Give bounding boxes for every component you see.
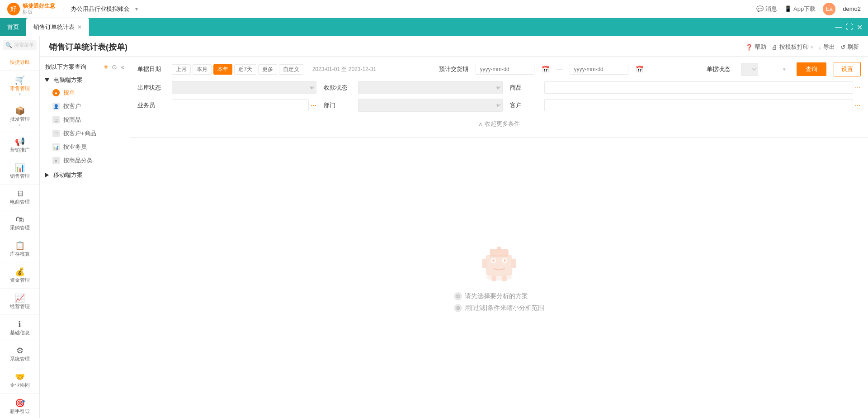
- tab-home[interactable]: 首页: [0, 18, 26, 36]
- sidebar-item-quick-nav[interactable]: 快捷导航: [0, 54, 39, 71]
- avatar[interactable]: Ea: [823, 3, 835, 15]
- export-icon: ↓: [819, 44, 822, 51]
- logo-text: 畅捷通好生意: [23, 3, 55, 9]
- product-input[interactable]: [544, 81, 853, 94]
- scheme-by-salesman-label: 按业务员: [63, 143, 87, 151]
- scheme-by-customer-label: 按客户: [63, 102, 81, 110]
- scheme-group-mobile-title[interactable]: 移动端方案: [40, 169, 130, 181]
- scheme-group-pc-title[interactable]: 电脑端方案: [40, 74, 130, 86]
- scheme-salesman-icon: 📊: [52, 143, 60, 151]
- dept-label: 部门: [324, 101, 351, 109]
- sidebar-item-ecommerce[interactable]: 🖥 电商管理: [0, 185, 39, 210]
- refresh-label: 刷新: [847, 43, 859, 51]
- help-label: 帮助: [755, 43, 766, 51]
- purchase-label: 采购管理: [0, 224, 39, 231]
- tab-minimize-icon[interactable]: —: [835, 23, 842, 31]
- tab-close-all-icon[interactable]: ✕: [857, 23, 863, 32]
- group-expand-icon: [45, 78, 49, 82]
- customer-more-icon[interactable]: ···: [855, 101, 861, 109]
- right-content: 单据日期 上月 本月 本年 近7天 更多 自定义 2023-01-01 至 20…: [130, 57, 868, 418]
- scheme-collapse-icon[interactable]: «: [121, 63, 124, 71]
- scheme-group-pc: 电脑端方案 ● 按单 👤 按客户 □ 按商品 □: [40, 74, 130, 167]
- sidebar-item-system[interactable]: ⚙ 系统管理: [0, 341, 39, 367]
- refresh-button[interactable]: ↺ 刷新: [840, 43, 859, 51]
- calendar-start-icon[interactable]: 📅: [542, 66, 549, 73]
- tab-home-label: 首页: [7, 23, 19, 31]
- expected-date-end[interactable]: [570, 64, 628, 75]
- scheme-item-by-product[interactable]: □ 按商品: [40, 113, 130, 127]
- collapse-button[interactable]: ∧ 收起更多条件: [137, 116, 861, 132]
- tab-close-icon[interactable]: ✕: [77, 24, 82, 30]
- scheme-cust-prod-icon: □: [52, 130, 60, 137]
- empty-illustration: [476, 240, 522, 285]
- scheme-item-by-order[interactable]: ● 按单: [40, 86, 130, 100]
- filter-row-1: 单据日期 上月 本月 本年 近7天 更多 自定义 2023-01-01 至 20…: [137, 62, 861, 76]
- tab-maximize-icon[interactable]: ⛶: [846, 23, 853, 31]
- product-label: 商品: [510, 84, 537, 92]
- sidebar-item-retail[interactable]: 🛒 零售管理 ▾: [0, 71, 39, 101]
- sidebar-item-sales[interactable]: 📊 销售管理: [0, 158, 39, 185]
- group-mobile-expand-icon: [45, 173, 49, 177]
- sidebar-item-basic[interactable]: ℹ 基础信息: [0, 315, 39, 341]
- date-btn-more[interactable]: 更多: [258, 64, 277, 75]
- scheme-item-by-category[interactable]: ≡ 按商品分类: [40, 154, 130, 167]
- sidebar-item-finance[interactable]: 💰 资金管理: [0, 262, 39, 289]
- scheme-item-by-cust-prod[interactable]: □ 按客户+商品: [40, 127, 130, 140]
- app-download-button[interactable]: 📱 App下载: [784, 5, 816, 13]
- breadcrumb-arrow[interactable]: ▾: [135, 6, 138, 12]
- scheme-edit-icon[interactable]: ⊙: [112, 63, 117, 71]
- customer-input[interactable]: [544, 99, 853, 111]
- message-button[interactable]: 💬 消息: [756, 5, 777, 13]
- sidebar-item-purchase[interactable]: 🛍 采购管理: [0, 210, 39, 236]
- date-btn-custom[interactable]: 自定义: [279, 64, 303, 75]
- sidebar-item-wholesale[interactable]: 📦 批发管理 ▴: [0, 101, 39, 132]
- expected-date-start[interactable]: [476, 64, 534, 75]
- date-shortcuts: 上月 本月 本年 近7天 更多 自定义: [172, 64, 303, 75]
- filter-area: 单据日期 上月 本月 本年 近7天 更多 自定义 2023-01-01 至 20…: [130, 57, 868, 138]
- svg-rect-1: [486, 255, 512, 276]
- pay-status-select[interactable]: [358, 81, 503, 94]
- operations-label: 经营管理: [0, 303, 39, 310]
- expected-date-label: 预计交货期: [439, 65, 468, 73]
- tab-sales-stats[interactable]: 销售订单统计表 ✕: [26, 18, 89, 36]
- svg-rect-3: [497, 247, 501, 250]
- hint-text-2: 用[过滤]条件来缩小分析范围: [465, 304, 544, 312]
- print-arrow[interactable]: ▾: [811, 44, 813, 50]
- scheme-item-by-customer[interactable]: 👤 按客户: [40, 100, 130, 113]
- ship-status-select[interactable]: [172, 81, 316, 94]
- scheme-bar-actions: + ⊙ «: [104, 63, 124, 71]
- salesman-input[interactable]: [172, 99, 309, 111]
- scheme-active-icon: ●: [52, 89, 60, 96]
- scheme-item-by-salesman[interactable]: 📊 按业务员: [40, 140, 130, 154]
- dept-select[interactable]: [358, 99, 503, 112]
- sales-label: 销售管理: [0, 173, 39, 180]
- svg-point-7: [504, 259, 506, 261]
- scheme-by-order-label: 按单: [63, 89, 75, 97]
- sidebar-item-guide[interactable]: 🎯 新手引导: [0, 394, 39, 418]
- product-more-icon[interactable]: ···: [855, 84, 861, 92]
- date-btn-this-month[interactable]: 本月: [193, 64, 212, 75]
- sidebar-item-operations[interactable]: 📈 经营管理: [0, 289, 39, 315]
- filter-row-2: 出库状态 ▾ 收款状态 ▾: [137, 81, 861, 94]
- status-select[interactable]: [741, 63, 758, 76]
- date-btn-this-year[interactable]: 本年: [213, 64, 232, 75]
- system-label: 系统管理: [0, 356, 39, 362]
- setting-button[interactable]: 设置: [834, 62, 861, 76]
- salesman-more-icon[interactable]: ···: [311, 101, 316, 109]
- print-button[interactable]: 🖨 按模板打印 ▾: [772, 43, 813, 51]
- sidebar-item-collab[interactable]: 🤝 企业协同: [0, 367, 39, 394]
- content-area: 销售订单统计表(按单) ❓ 帮助 🖨 按模板打印 ▾ ↓ 导出 ↺ 刷新: [40, 36, 868, 418]
- calendar-end-icon[interactable]: 📅: [636, 66, 643, 73]
- query-button[interactable]: 查询: [797, 62, 826, 76]
- export-button[interactable]: ↓ 导出: [819, 43, 835, 51]
- logo-sub: 标版: [23, 9, 55, 15]
- date-btn-last-month[interactable]: 上月: [172, 64, 191, 75]
- sidebar-item-search[interactable]: 🔍 搜索菜单: [0, 36, 39, 54]
- help-button[interactable]: ❓ 帮助: [745, 43, 766, 51]
- message-label: 消息: [765, 5, 777, 13]
- date-btn-last-7[interactable]: 近7天: [234, 64, 256, 75]
- sidebar-item-marketing[interactable]: 📢 营销推广: [0, 132, 39, 158]
- scheme-add-icon[interactable]: +: [104, 63, 108, 71]
- sidebar-item-inventory[interactable]: 📋 库存核算: [0, 236, 39, 262]
- group-mobile-label: 移动端方案: [53, 171, 83, 179]
